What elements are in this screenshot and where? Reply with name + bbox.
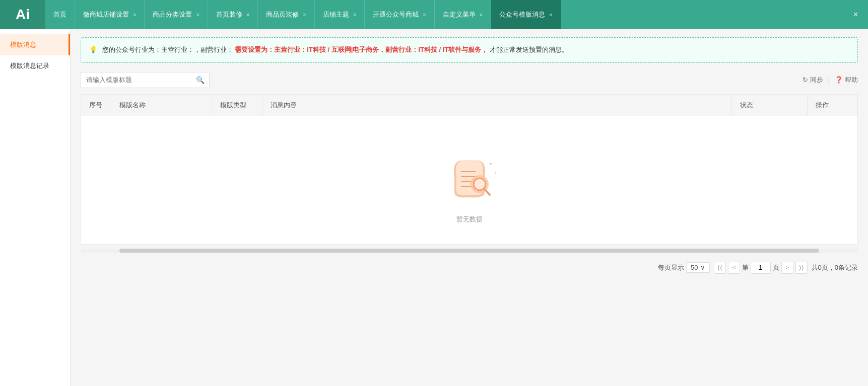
sync-icon: ↻ [803,76,808,84]
page-size-dropdown[interactable]: 50 ∨ [686,262,709,273]
close-template-msg-icon[interactable]: × [549,12,552,18]
brand-logo: Ai [0,0,45,29]
page-size-value: 50 [691,264,698,271]
chevron-down-icon: ∨ [700,264,705,271]
bulb-icon: 💡 [89,46,97,53]
notice-suffix: 才能正常发送预置的消息。 [490,46,568,53]
data-table: 序号 模版名称 模版类型 消息内容 状态 操作 [81,94,858,245]
first-page-icon: ⟨⟨ [717,264,722,271]
nav-tab-category-settings[interactable]: 商品分类设置 × [145,0,208,29]
nav-tab-category-label: 商品分类设置 [153,10,192,19]
next-page-icon: ＞ [784,263,790,272]
nav-tab-custom-menu[interactable]: 自定义菜单 × [435,0,491,29]
scrollbar-track[interactable] [81,249,858,253]
col-header-content: 消息内容 [262,94,732,116]
total-info: 共0页，0条记录 [812,263,858,272]
sidebar: 模版消息 模版消息记录 [0,29,71,386]
notice-prefix: 您的公众号行业为：主营行业：，副营行业： [102,46,233,53]
close-custom-menu-icon[interactable]: × [480,12,483,18]
nav-tab-store-theme-label: 店铺主题 [323,10,349,19]
last-page-button[interactable]: ⟩⟩ [795,262,808,274]
help-label: 帮助 [845,75,858,85]
col-header-type: 模版类型 [212,94,262,116]
first-page-button[interactable]: ⟨⟨ [714,262,726,274]
close-category-icon[interactable]: × [196,12,199,18]
nav-tab-home-decoration-label: 首页装修 [216,10,242,19]
close-home-decoration-icon[interactable]: × [246,12,249,18]
empty-illustration: ✦ ✦ [439,146,500,207]
empty-row: ✦ ✦ 暂无数据 [81,116,858,244]
nav-tab-product-decoration[interactable]: 商品页装修 × [258,0,314,29]
close-store-settings-icon[interactable]: × [133,12,136,18]
search-bar: 🔍 ↻ 同步 | ❓ 帮助 [81,72,858,88]
empty-text: 暂无数据 [456,215,483,224]
page-navigation: ⟨⟨ ＜ 第 页 ＞ ⟩⟩ [714,262,808,274]
search-input[interactable] [81,72,191,88]
help-button[interactable]: ❓ 帮助 [835,75,858,85]
svg-text:✦: ✦ [489,161,493,167]
nav-tab-home[interactable]: 首页 [45,0,75,29]
page-size-select: 每页显示 50 ∨ [658,262,709,273]
nav-tab-template-msg-label: 公众号模版消息 [499,10,545,19]
nav-tab-custom-menu-label: 自定义菜单 [443,10,476,19]
search-icon: 🔍 [196,76,205,84]
pagination: 每页显示 50 ∨ ⟨⟨ ＜ 第 页 ＞ [81,257,858,276]
nav-tab-open-mall[interactable]: 开通公众号商城 × [365,0,434,29]
search-button[interactable]: 🔍 [191,72,210,88]
nav-tab-home-label: 首页 [53,10,66,19]
page-label-before: 第 [742,263,749,272]
sidebar-item-template-msg-label: 模版消息 [10,41,36,48]
nav-tabs: 首页 微商城店铺设置 × 商品分类设置 × 首页装修 × 商品页装修 × 店铺主… [45,0,843,29]
nav-tab-open-mall-label: 开通公众号商城 [373,10,419,19]
prev-page-button[interactable]: ＜ [728,262,740,274]
sidebar-item-template-msg-log-label: 模版消息记录 [10,62,49,69]
col-header-action: 操作 [808,94,858,116]
nav-tab-template-msg[interactable]: 公众号模版消息 × [491,0,561,29]
svg-text:✦: ✦ [494,171,497,175]
col-header-name: 模版名称 [111,94,212,116]
content-area: 💡 您的公众号行业为：主营行业：，副营行业： 需要设置为：主营行业：IT科技 /… [71,29,868,386]
nav-tab-store-settings[interactable]: 微商城店铺设置 × [75,0,145,29]
empty-state: ✦ ✦ 暂无数据 [81,116,857,244]
nav-tab-home-decoration[interactable]: 首页装修 × [208,0,258,29]
table-header-row: 序号 模版名称 模版类型 消息内容 状态 操作 [81,94,858,116]
col-header-index: 序号 [81,94,111,116]
page-number-input[interactable] [751,262,771,274]
nav-tab-product-decoration-label: 商品页装修 [266,10,299,19]
sidebar-item-template-msg[interactable]: 模版消息 [0,34,70,55]
notice-box: 💡 您的公众号行业为：主营行业：，副营行业： 需要设置为：主营行业：IT科技 /… [81,37,858,63]
close-product-decoration-icon[interactable]: × [303,12,306,18]
search-right: ↻ 同步 | ❓ 帮助 [803,75,858,85]
close-store-theme-icon[interactable]: × [353,12,356,18]
scrollbar-thumb[interactable] [119,249,819,253]
top-navigation: Ai 首页 微商城店铺设置 × 商品分类设置 × 首页装修 × 商品页装修 × … [0,0,868,29]
col-header-status: 状态 [732,94,808,116]
nav-tab-store-settings-label: 微商城店铺设置 [83,10,129,19]
sidebar-item-template-msg-log[interactable]: 模版消息记录 [0,55,70,76]
sync-button[interactable]: ↻ 同步 [803,75,823,85]
help-icon: ❓ [835,76,843,84]
nav-tab-store-theme[interactable]: 店铺主题 × [315,0,365,29]
next-page-button[interactable]: ＞ [781,262,793,274]
search-left: 🔍 [81,72,210,88]
svg-line-8 [485,189,490,195]
prev-page-icon: ＜ [731,263,737,272]
divider: | [828,76,830,84]
close-all-tabs-button[interactable]: × [843,0,868,29]
page-label-after: 页 [773,263,779,272]
close-open-mall-icon[interactable]: × [423,12,426,18]
notice-highlight: 需要设置为：主营行业：IT科技 / 互联网|电子商务，副营行业：IT科技 / I… [235,46,488,53]
sync-label: 同步 [810,75,823,85]
last-page-icon: ⟩⟩ [799,264,804,271]
main-layout: 模版消息 模版消息记录 💡 您的公众号行业为：主营行业：，副营行业： 需要设置为… [0,29,868,386]
page-size-label: 每页显示 [658,263,684,272]
